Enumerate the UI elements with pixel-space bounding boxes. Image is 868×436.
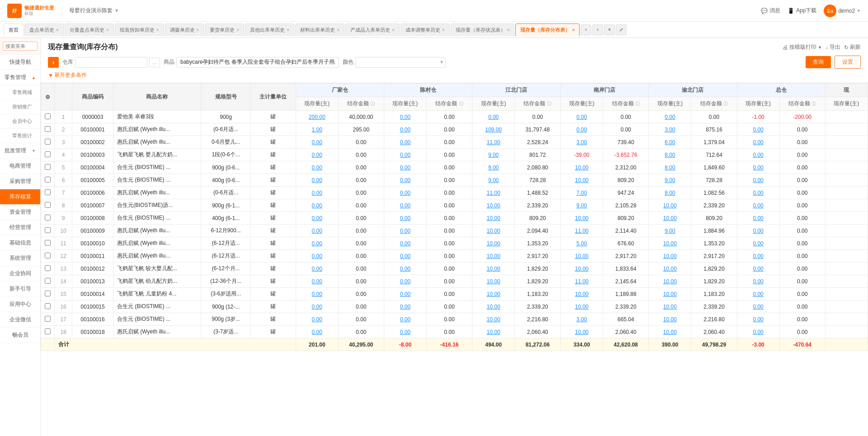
info-icon[interactable]: ⓘ [459,101,463,106]
close-icon[interactable]: × [337,28,340,33]
info-icon[interactable]: ⓘ [635,101,640,106]
row-total-qty[interactable]: 0.00 [737,300,779,313]
row-f-qty[interactable]: 0.00 [296,313,338,326]
tab-product-in[interactable]: 产成品入库单历史 × [345,23,400,36]
row-f-qty[interactable]: 0.00 [296,136,338,149]
row-jb-qty[interactable]: 10.00 [472,275,514,288]
row-jb-qty[interactable]: 109.00 [472,123,514,136]
tab-expand-btn[interactable]: ⤢ [616,24,627,35]
row-total-qty[interactable]: 0.00 [737,326,779,338]
tab-home[interactable]: 首页 [4,23,24,36]
row-f-qty[interactable]: 0.00 [296,250,338,263]
row-f-qty[interactable]: 0.00 [296,326,338,338]
row-c-qty[interactable]: 0.00 [384,187,426,199]
refresh-btn[interactable]: ↻ 刷新 [844,43,861,51]
export-btn[interactable]: ↓ 导出 [826,43,840,51]
row-f-qty[interactable]: 200.00 [296,111,338,123]
query-btn[interactable]: 查询 [806,56,831,68]
row-total-qty[interactable]: 0.00 [737,123,779,136]
row-c-qty[interactable]: 0.00 [384,313,426,326]
row-c-qty[interactable]: 0.00 [384,123,426,136]
row-jb-qty[interactable]: 10.00 [472,237,514,250]
row-total-qty[interactable]: 0.00 [737,250,779,263]
sidebar-item-enterprise[interactable]: 企业协同 [0,266,40,281]
row-na-qty[interactable]: -39.00 [561,149,603,161]
row-total-qty[interactable]: 0.00 [737,263,779,275]
row-yb-qty[interactable]: 8.00 [649,187,691,199]
row-f-qty[interactable]: 0.00 [296,263,338,275]
row-checkbox[interactable] [41,149,55,161]
row-yb-qty[interactable]: 10.00 [649,212,691,225]
expand-btn[interactable]: › [48,57,59,68]
row-jb-qty[interactable]: 10.00 [472,326,514,338]
row-total-qty[interactable]: -1.00 [737,111,779,123]
row-total-qty[interactable]: 0.00 [737,161,779,174]
row-yb-qty[interactable]: 10.00 [649,199,691,212]
print-btn[interactable]: 🖨 按模版打印 ▼ [783,43,822,51]
tab-cost-adjust[interactable]: 成本调整单历史 × [401,23,450,36]
row-checkbox[interactable] [41,225,55,237]
row-yb-qty[interactable]: 8.00 [649,161,691,174]
row-c-qty[interactable]: 0.00 [384,263,426,275]
row-f-qty[interactable]: 0.00 [296,300,338,313]
row-c-qty[interactable]: 0.00 [384,288,426,300]
row-checkbox[interactable] [41,174,55,187]
sidebar-item-nav[interactable]: 快捷导航 [0,55,40,70]
row-jb-qty[interactable]: 10.00 [472,263,514,275]
row-checkbox[interactable] [41,300,55,313]
row-f-qty[interactable]: 0.00 [296,161,338,174]
row-jb-qty[interactable]: 11.00 [472,187,514,199]
sidebar-item-search[interactable] [0,38,40,55]
row-c-qty[interactable]: 0.00 [384,174,426,187]
row-yb-qty[interactable]: 8.00 [649,149,691,161]
row-na-qty[interactable]: 3.00 [561,313,603,326]
row-c-qty[interactable]: 0.00 [384,326,426,338]
info-icon[interactable]: ⓘ [370,101,375,106]
row-jb-qty[interactable]: 9.00 [472,161,514,174]
tab-close-btn[interactable]: × [604,24,615,35]
row-na-qty[interactable]: 10.00 [561,250,603,263]
sidebar-item-wholesale[interactable]: 批发管理 ▼ [0,143,40,159]
row-yb-qty[interactable]: 10.00 [649,263,691,275]
row-checkbox[interactable] [41,288,55,300]
row-c-qty[interactable]: 0.00 [384,149,426,161]
tab-transfer[interactable]: 调拨单历史 × [165,23,204,36]
tab-stock-dist[interactable]: 现存量（库存分布表） × [515,23,580,36]
row-total-qty[interactable]: 0.00 [737,237,779,250]
row-total-qty[interactable]: 0.00 [737,149,779,161]
tab-split-stock[interactable]: 分量盘点单历史 × [65,23,114,36]
tab-other-out[interactable]: 其他出库单历史 × [245,23,294,36]
row-total-qty[interactable]: 0.00 [737,288,779,300]
row-yb-qty[interactable]: 10.00 [649,275,691,288]
close-icon[interactable]: × [106,28,109,33]
row-c-qty[interactable]: 0.00 [384,237,426,250]
row-c-qty[interactable]: 0.00 [384,199,426,212]
row-checkbox[interactable] [41,111,55,123]
row-checkbox[interactable] [41,187,55,199]
row-c-qty[interactable]: 0.00 [384,111,426,123]
tab-next-btn[interactable]: › [592,24,603,35]
row-total-qty[interactable]: 0.00 [737,212,779,225]
row-yb-qty[interactable]: 10.00 [649,250,691,263]
sidebar-item-system[interactable]: 系统管理 [0,251,40,266]
row-checkbox[interactable] [41,199,55,212]
sidebar-item-ecommerce[interactable]: 电商管理 [0,159,40,174]
row-checkbox[interactable] [41,161,55,174]
color-input[interactable] [355,57,446,68]
row-yb-qty[interactable]: 9.00 [649,174,691,187]
row-checkbox[interactable] [41,136,55,149]
row-yb-qty[interactable]: 10.00 [649,313,691,326]
row-f-qty[interactable]: 0.00 [296,212,338,225]
row-c-qty[interactable]: 0.00 [384,250,426,263]
row-c-qty[interactable]: 0.00 [384,212,426,225]
row-jb-qty[interactable]: 10.00 [472,225,514,237]
row-yb-qty[interactable]: 10.00 [649,300,691,313]
close-icon[interactable]: × [197,28,199,33]
close-icon[interactable]: × [392,28,395,33]
tab-prev-btn[interactable]: ‹ [580,24,591,35]
row-yb-qty[interactable]: 3.00 [649,123,691,136]
row-total-qty[interactable]: 0.00 [737,225,779,237]
row-na-qty[interactable]: 10.00 [561,174,603,187]
close-icon[interactable]: × [56,28,59,33]
sidebar-item-retail-shop[interactable]: 零售商城 [0,85,40,100]
